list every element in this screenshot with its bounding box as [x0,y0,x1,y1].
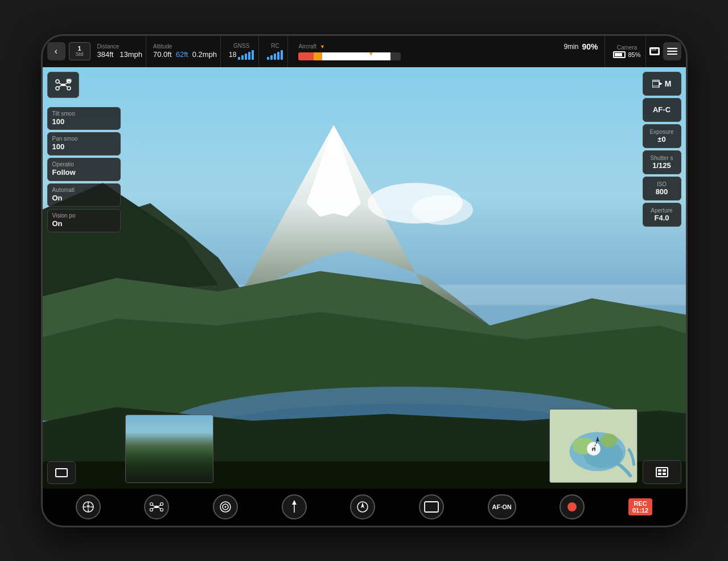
pan-value: 100 [52,142,116,152]
thumbnail-preview[interactable] [125,415,213,483]
svg-text:H: H [87,505,90,510]
aperture-value: F4.0 [654,214,669,222]
aircraft-label: Aircraft [298,43,316,50]
rec-label: REC [634,500,647,507]
signal-bar-1 [238,57,240,60]
shutter-value: 1/125 [652,161,671,170]
waypoint-icon [289,500,299,514]
vision-value: On [52,219,116,229]
exposure-label: Exposure [649,129,673,135]
svg-rect-68 [425,502,438,512]
bottom-toolbar: H [43,489,686,526]
aperture-button[interactable]: Aperture F4.0 [643,203,681,227]
battery-red-fill [298,52,314,60]
battery-pointer: ▼ [368,52,374,57]
shutter-label: Shutter s [650,155,673,161]
automation-label: Automati [52,187,116,194]
rc-label: RC [271,43,279,50]
gnss-label: GNSS [233,43,249,50]
video-mode-button[interactable]: M [643,72,681,96]
svg-rect-60 [155,506,158,508]
camera-pct: 85% [628,51,640,58]
map-svg: H [550,410,637,482]
sd-card-icon [651,48,659,54]
automation-button[interactable]: Automati On [47,183,121,207]
camera-battery-icon [613,51,626,58]
exposure-value: ±0 [657,135,665,144]
rc-bar-2 [270,55,273,60]
rec-badge[interactable]: REC 01:12 [628,498,652,515]
signal-bar-4 [248,52,250,60]
altitude-value: 70.0ft 62ft 0.2mph [153,50,217,60]
mini-map[interactable]: H [549,409,637,483]
camera-battery-row: 85% [613,51,640,58]
signal-bar-3 [245,54,247,60]
nav-icon [356,501,369,513]
battery-pct: 90% [582,42,598,51]
home-button[interactable]: H [76,494,101,519]
stop-record-button[interactable] [560,494,585,519]
gnss-section: GNSS 18 [224,36,259,67]
rec-time: 01:12 [632,507,648,514]
aperture-label: Aperture [651,207,672,214]
camera-view: Tilt smoo 100 Pan smoo 100 Operatio Foll… [43,67,686,489]
distance-value: 384ft 13mph [97,50,143,60]
altitude-section: Altitude 70.0ft 62ft 0.2mph [150,36,221,67]
vision-label: Vision po [52,212,116,219]
camera-label: Camera [617,44,637,51]
svg-rect-0 [651,48,659,54]
distance-label: Distance [97,43,143,50]
video-mode-label: M [665,79,672,88]
flight-mode-badge: 1 Std [69,42,91,60]
tilt-value: 100 [52,117,116,127]
drone-status-button[interactable] [144,494,169,519]
frame-button[interactable] [419,494,444,519]
pan-smooth-button[interactable]: Pan smoo 100 [47,132,121,155]
target-lock-button[interactable] [213,494,238,519]
navigation-button[interactable] [350,494,375,519]
operation-button[interactable]: Operatio Follow [47,158,121,181]
operation-value: Follow [52,168,116,178]
rc-signal-bars [267,50,283,60]
camera-battery-fill [615,53,622,56]
vision-button[interactable]: Vision po On [47,209,121,232]
iso-button[interactable]: ISO 800 [643,177,681,200]
home-icon: H [82,501,94,513]
gnss-value: 18 [229,51,236,59]
battery-time: 9min [564,43,578,51]
signal-bar-5 [252,50,254,60]
menu-button[interactable] [663,42,681,60]
iso-label: ISO [657,181,667,187]
rc-bar-4 [277,52,279,60]
flight-mode-label: Std [76,52,84,57]
grid-icon [656,467,668,477]
af-on-label: AF·ON [492,503,512,510]
svg-point-11 [412,195,472,225]
rc-bar-1 [267,57,269,60]
tilt-label: Tilt smoo [52,110,116,117]
grid-overlay-button[interactable] [643,460,681,484]
menu-line-3 [667,54,677,55]
svg-marker-67 [361,502,364,508]
altitude-label: Altitude [153,43,217,50]
automation-value: On [52,194,116,203]
thumbnail-background [126,415,213,482]
pan-label: Pan smoo [52,136,116,142]
shutter-button[interactable]: Shutter s 1/125 [643,150,681,174]
exposure-button[interactable]: Exposure ±0 [643,124,681,148]
svg-point-40 [600,433,617,447]
tilt-smooth-button[interactable]: Tilt smoo 100 [47,107,121,130]
waypoint-button[interactable] [282,494,307,519]
svg-marker-65 [292,500,297,505]
af-on-button[interactable]: AF·ON [488,494,516,519]
storage-icon [649,47,660,55]
aircraft-battery-bar: ▼ [298,52,401,60]
menu-line-2 [667,51,677,52]
aircraft-section: Aircraft ▼ 9min 90% ▼ [291,36,605,67]
distance-section: Distance 384ft 13mph [94,36,147,67]
svg-marker-35 [659,82,663,85]
target-icon [219,501,232,513]
af-mode-button[interactable]: AF-C [643,98,681,122]
svg-text:H: H [591,445,595,452]
back-button[interactable]: ‹ [47,42,65,60]
